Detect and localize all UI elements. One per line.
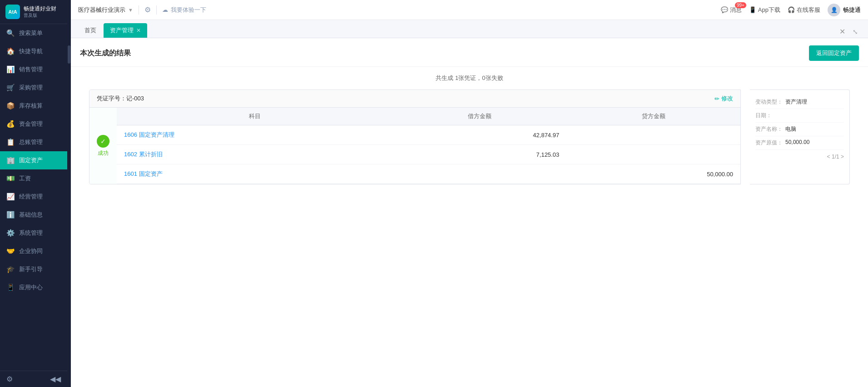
message-icon: 💬 [721, 6, 728, 13]
sidebar-item-payroll[interactable]: 💵 工资 [0, 169, 67, 188]
edit-icon: ✏ [714, 95, 719, 102]
subject-link-1[interactable]: 1606 固定资产清理 [124, 131, 174, 138]
sidebar-item-search[interactable]: 🔍 搜索菜单 [0, 24, 67, 42]
messages-button[interactable]: 💬 消息 99+ [721, 6, 742, 14]
avatar: 👤 [828, 4, 840, 16]
logo-sub: 普及版 [24, 12, 56, 19]
company-selector[interactable]: 医疗器械行业演示 ▼ [78, 6, 133, 14]
sidebar-item-app-center[interactable]: 📱 应用中心 [0, 278, 67, 297]
sidebar-item-sales[interactable]: 📊 销售管理 [0, 60, 67, 79]
voucher-table: 科目 借方金额 贷方金额 1606 固定资产清理 42,874.97 [117, 108, 740, 184]
gear-icon[interactable]: ⚙ [144, 5, 151, 14]
sidebar-item-quick-nav[interactable]: 🏠 快捷导航 [0, 42, 67, 60]
headset-icon: 🎧 [788, 6, 795, 13]
voucher-edit-button[interactable]: ✏ 修改 [714, 94, 733, 103]
page: 本次生成的结果 返回固定资产 共生成 1张凭证，0张失败 凭证字号：记-003 … [71, 38, 868, 387]
collapse-icon[interactable]: ◀◀ [50, 375, 61, 383]
info-row-change-type: 变动类型： 资产清理 [755, 95, 844, 109]
sidebar-item-system[interactable]: ⚙️ 系统管理 [0, 224, 67, 242]
tab-close-icon[interactable]: ✕ [136, 27, 141, 34]
sidebar-item-inventory[interactable]: 📦 库存核算 [0, 97, 67, 115]
status-column: ✓ 成功 [89, 108, 117, 184]
logo: AtA 畅捷通好业财 普及版 [0, 0, 67, 24]
pagination-next[interactable]: > [841, 154, 844, 160]
ledger-icon: 📋 [6, 138, 15, 146]
info-pagination: < 1/1 > [755, 154, 844, 160]
info-row-asset-name: 资产名称： 电脑 [755, 123, 844, 136]
dropdown-icon: ▼ [128, 7, 133, 13]
asset-name-value: 电脑 [785, 125, 796, 133]
enterprise-icon: 🤝 [6, 247, 15, 255]
pagination-prev[interactable]: < [827, 154, 830, 160]
tabbar: 首页 资产管理 ✕ ✕ ⤡ [71, 20, 868, 38]
finance-icon: 💰 [6, 120, 15, 128]
window-expand-icon[interactable]: ⤡ [850, 28, 861, 35]
sidebar-item-operations[interactable]: 📈 经营管理 [0, 188, 67, 206]
info-row-original-value: 资产原值： 50,000.00 [755, 136, 844, 150]
guide-icon: 🎓 [6, 265, 15, 273]
back-to-fixed-assets-button[interactable]: 返回固定资产 [809, 45, 859, 61]
voucher-number: 凭证字号：记-003 [97, 94, 144, 103]
scrollbar-thumb [68, 45, 70, 64]
status-text: 成功 [98, 149, 109, 157]
settings-bottom-icon[interactable]: ⚙ [6, 375, 13, 383]
inventory-icon: 📦 [6, 102, 15, 110]
tab-asset-mgmt[interactable]: 资产管理 ✕ [104, 23, 147, 38]
sidebar-item-purchase[interactable]: 🛒 采购管理 [0, 79, 67, 97]
subject-link-3[interactable]: 1601 固定资产 [124, 170, 163, 177]
info-row-date: 日期： [755, 109, 844, 123]
sidebar-nav: 🔍 搜索菜单 🏠 快捷导航 📊 销售管理 🛒 采购管理 📦 库存核算 💰 资金管… [0, 24, 67, 371]
voucher-section: 凭证字号：记-003 ✏ 修改 ✓ 成功 [89, 89, 741, 184]
fixed-assets-icon: 🏢 [6, 156, 15, 164]
purchase-icon: 🛒 [6, 84, 15, 92]
sidebar-item-fixed-assets[interactable]: 🏢 固定资产 [0, 151, 67, 169]
sidebar-item-basic-info[interactable]: ℹ️ 基础信息 [0, 206, 67, 224]
change-type-value: 资产清理 [785, 98, 807, 106]
original-value-label: 资产原值： [755, 139, 783, 147]
page-header: 本次生成的结果 返回固定资产 [71, 38, 868, 67]
voucher-container: 凭证字号：记-003 ✏ 修改 ✓ 成功 [71, 89, 868, 194]
system-icon: ⚙️ [6, 229, 15, 237]
sidebar-item-finance[interactable]: 💰 资金管理 [0, 115, 67, 133]
topbar-right: 💬 消息 99+ 📱 App下载 🎧 在线客服 👤 畅捷通 [721, 4, 861, 16]
info-panel: 变动类型： 资产清理 日期： 资产名称： 电脑 资产原值： 50,000.00 … [750, 89, 850, 184]
success-icon: ✓ [97, 135, 109, 148]
credit-2 [566, 145, 740, 164]
home-icon: 🏠 [6, 47, 15, 55]
experience-button[interactable]: ☁ 我要体验一下 [162, 6, 206, 14]
sidebar-item-guide[interactable]: 🎓 新手引导 [0, 260, 67, 278]
window-close-icon[interactable]: ✕ [837, 27, 848, 36]
voucher-table-area: ✓ 成功 科目 借方金额 贷方金额 [89, 108, 740, 184]
debit-3 [392, 164, 566, 184]
asset-name-label: 资产名称： [755, 125, 783, 133]
topbar-divider2 [156, 5, 157, 15]
sidebar-bottom: ⚙ ◀◀ [0, 371, 67, 387]
sidebar-item-enterprise[interactable]: 🤝 企业协同 [0, 242, 67, 260]
subject-link-2[interactable]: 1602 累计折旧 [124, 151, 163, 158]
operations-icon: 📈 [6, 193, 15, 201]
page-title: 本次生成的结果 [80, 49, 131, 58]
table-row: 1601 固定资产 50,000.00 [117, 164, 740, 184]
sidebar-item-ledger[interactable]: 📋 总账管理 [0, 133, 67, 151]
col-debit: 借方金额 [392, 108, 566, 125]
credit-1 [566, 125, 740, 145]
voucher-table-wrap: 科目 借方金额 贷方金额 1606 固定资产清理 42,874.97 [117, 108, 740, 184]
debit-1: 42,874.97 [392, 125, 566, 145]
sidebar: AtA 畅捷通好业财 普及版 🔍 搜索菜单 🏠 快捷导航 📊 销售管理 🛒 采购… [0, 0, 67, 387]
online-service-button[interactable]: 🎧 在线客服 [788, 6, 820, 14]
credit-3: 50,000.00 [566, 164, 740, 184]
main-content: 医疗器械行业演示 ▼ ⚙ ☁ 我要体验一下 💬 消息 99+ 📱 App下载 🎧… [71, 0, 868, 387]
app-download-button[interactable]: 📱 App下载 [749, 6, 780, 14]
status-cell: ✓ 成功 [97, 135, 109, 157]
messages-badge: 99+ [735, 2, 746, 8]
mobile-icon: 📱 [749, 6, 756, 13]
original-value-value: 50,000.00 [785, 139, 809, 145]
change-type-label: 变动类型： [755, 98, 783, 106]
logo-text: 畅捷通好业财 [24, 5, 56, 13]
username: 畅捷通 [843, 6, 861, 14]
tab-home[interactable]: 首页 [78, 23, 103, 38]
table-row: 1602 累计折旧 7,125.03 [117, 145, 740, 164]
user-menu[interactable]: 👤 畅捷通 [828, 4, 861, 16]
sidebar-scrollbar[interactable] [67, 0, 71, 387]
voucher-header: 凭证字号：记-003 ✏ 修改 [89, 90, 740, 108]
